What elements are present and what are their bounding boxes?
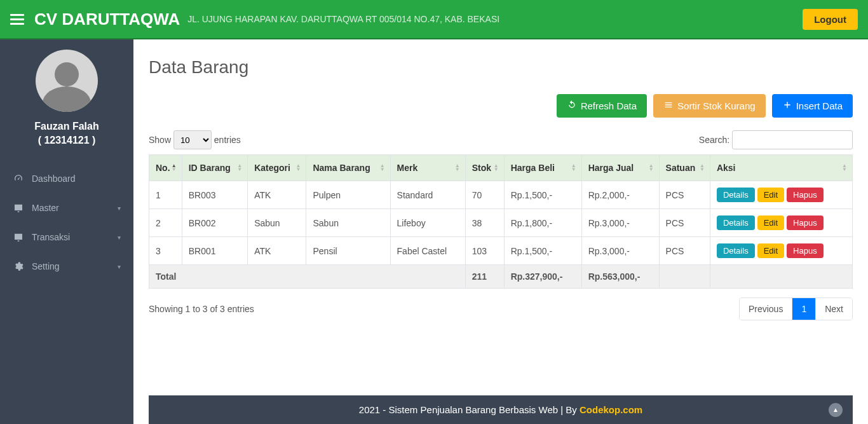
sort-icon: ▲▼ <box>700 164 705 172</box>
chevron-down-icon: ▾ <box>118 205 121 212</box>
sort-icon: ▲▼ <box>380 164 385 172</box>
table-cell: PCS <box>659 209 710 237</box>
button-label: Sortir Stok Kurang <box>677 100 756 111</box>
insert-data-button[interactable]: Insert Data <box>772 94 853 118</box>
table-cell: Rp.3,000,- <box>581 237 659 265</box>
actions-cell: DetailsEditHapus <box>710 181 852 209</box>
actions-cell: DetailsEditHapus <box>710 237 852 265</box>
pagination: Previous 1 Next <box>739 297 853 320</box>
length-select[interactable]: 10 <box>173 130 212 149</box>
table-cell: Rp.1,800,- <box>504 209 581 237</box>
column-header[interactable]: Aksi▲▼ <box>710 155 852 181</box>
table-cell: 70 <box>465 181 504 209</box>
refresh-data-button[interactable]: Refresh Data <box>557 94 647 118</box>
desktop-icon <box>13 231 24 243</box>
table-cell: Standard <box>390 181 465 209</box>
chevron-down-icon: ▾ <box>118 263 121 270</box>
sort-icon: ▲▼ <box>455 164 460 172</box>
table-cell: BR002 <box>182 209 247 237</box>
details-button[interactable]: Details <box>717 243 755 258</box>
table-cell: Sabun <box>306 209 390 237</box>
edit-button[interactable]: Edit <box>757 215 784 230</box>
pagination-page-1[interactable]: 1 <box>792 298 815 320</box>
details-button[interactable]: Details <box>717 215 755 230</box>
details-button[interactable]: Details <box>717 188 755 202</box>
pagination-next[interactable]: Next <box>815 298 852 320</box>
column-header[interactable]: Merk▲▼ <box>390 155 465 181</box>
hapus-button[interactable]: Hapus <box>787 188 824 202</box>
profile-name: Fauzan Falah <box>0 121 133 132</box>
datatable-footer: Showing 1 to 3 of 3 entries Previous 1 N… <box>149 297 853 320</box>
column-header[interactable]: Stok▲▼ <box>465 155 504 181</box>
sort-icon: ▲▼ <box>494 164 499 172</box>
sidebar-item-dashboard[interactable]: Dashboard <box>0 164 133 193</box>
table-row: 1BR003ATKPulpenStandard70Rp.1,500,-Rp.2,… <box>149 181 853 209</box>
total-beli: Rp.327,900,- <box>504 265 581 289</box>
avatar <box>36 50 98 112</box>
button-label: Refresh Data <box>581 100 637 111</box>
datatable-controls: Show 10 entries Search: <box>149 130 853 149</box>
total-label: Total <box>149 265 466 289</box>
column-header[interactable]: Kategori▲▼ <box>248 155 306 181</box>
brand-title: CV DARUTTAQWA <box>34 10 180 29</box>
footer: 2021 - Sistem Penjualan Barang Berbasis … <box>149 395 853 424</box>
edit-button[interactable]: Edit <box>757 188 784 202</box>
column-header[interactable]: ID Barang▲▼ <box>182 155 247 181</box>
table-cell: 2 <box>149 209 182 237</box>
column-header[interactable]: Nama Barang▲▼ <box>306 155 390 181</box>
sort-icon: ▲▼ <box>649 164 654 172</box>
scroll-top-button[interactable]: ▲ <box>829 403 843 417</box>
table-cell: PCS <box>659 181 710 209</box>
search-input[interactable] <box>732 130 853 149</box>
sort-icon: ▲▼ <box>296 164 301 172</box>
table-cell: Rp.3,000,- <box>581 209 659 237</box>
table-cell: 103 <box>465 237 504 265</box>
sidebar-item-label: Setting <box>32 261 60 271</box>
table-cell: Sabun <box>248 209 306 237</box>
button-label: Insert Data <box>796 100 843 111</box>
sidebar-item-master[interactable]: Master ▾ <box>0 193 133 222</box>
table-cell: Fabel Castel <box>390 237 465 265</box>
desktop-icon <box>13 202 24 214</box>
column-header[interactable]: No.▲▼ <box>149 155 182 181</box>
table-cell: Rp.1,500,- <box>504 237 581 265</box>
edit-button[interactable]: Edit <box>757 243 784 258</box>
column-header[interactable]: Harga Beli▲▼ <box>504 155 581 181</box>
table-cell: Pulpen <box>306 181 390 209</box>
length-label-post: entries <box>214 135 241 145</box>
table-cell: ATK <box>248 181 306 209</box>
hapus-button[interactable]: Hapus <box>787 243 824 258</box>
tachometer-icon <box>13 173 24 184</box>
gear-icon <box>13 261 24 272</box>
data-table: No.▲▼ID Barang▲▼Kategori▲▼Nama Barang▲▼M… <box>149 154 853 289</box>
logout-button[interactable]: Logout <box>803 9 858 30</box>
datatable-info: Showing 1 to 3 of 3 entries <box>149 304 254 314</box>
column-header[interactable]: Harga Jual▲▼ <box>581 155 659 181</box>
table-cell: Pensil <box>306 237 390 265</box>
sidebar-item-label: Dashboard <box>32 174 76 184</box>
footer-link[interactable]: Codekop.com <box>580 404 642 415</box>
sidebar: Fauzan Falah ( 12314121 ) Dashboard Mast… <box>0 39 133 424</box>
profile-block: Fauzan Falah ( 12314121 ) <box>0 39 133 158</box>
column-header[interactable]: Satuan▲▼ <box>659 155 710 181</box>
sidebar-item-setting[interactable]: Setting ▾ <box>0 252 133 281</box>
search-control: Search: <box>699 130 853 149</box>
table-cell: Lifeboy <box>390 209 465 237</box>
pagination-prev[interactable]: Previous <box>740 298 792 320</box>
sidebar-item-transaksi[interactable]: Transaksi ▾ <box>0 222 133 252</box>
table-cell: 3 <box>149 237 182 265</box>
list-icon <box>663 100 674 112</box>
sortir-stok-button[interactable]: Sortir Stok Kurang <box>653 94 766 118</box>
sidebar-item-label: Transaksi <box>32 232 70 242</box>
hapus-button[interactable]: Hapus <box>787 215 824 230</box>
total-stok: 211 <box>465 265 504 289</box>
table-cell: PCS <box>659 237 710 265</box>
footer-text: 2021 - Sistem Penjualan Barang Berbasis … <box>359 404 580 415</box>
menu-toggle-button[interactable] <box>10 14 24 25</box>
table-cell: BR001 <box>182 237 247 265</box>
page-title: Data Barang <box>149 57 853 78</box>
total-jual: Rp.563,000,- <box>581 265 659 289</box>
table-row: 3BR001ATKPensilFabel Castel103Rp.1,500,-… <box>149 237 853 265</box>
plus-icon <box>782 100 792 112</box>
action-bar: Refresh Data Sortir Stok Kurang Insert D… <box>149 94 853 118</box>
